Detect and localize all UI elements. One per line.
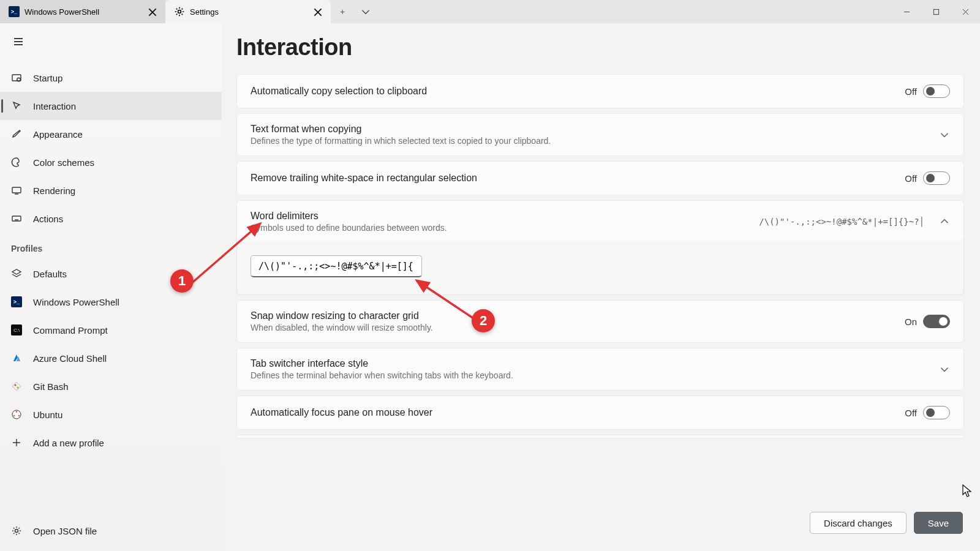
interaction-icon xyxy=(10,100,23,111)
sidebar-item-profile-powershell[interactable]: >_ Windows PowerShell xyxy=(0,288,222,316)
setting-summary: /\()"'-.,:;<>~!@#$%^&*|+=[]{}~?│ xyxy=(759,217,924,227)
save-button[interactable]: Save xyxy=(914,512,963,534)
sidebar-item-label: Ubuntu xyxy=(33,410,62,420)
svg-line-14 xyxy=(190,223,260,285)
window-controls xyxy=(892,0,980,23)
toggle-switch[interactable] xyxy=(923,84,950,98)
setting-peek xyxy=(236,435,964,438)
svg-point-12 xyxy=(18,415,20,417)
setting-word-delimiters[interactable]: Word delimiters Symbols used to define b… xyxy=(236,200,964,243)
toggle-state-label: Off xyxy=(905,173,917,184)
setting-title: Tab switcher interface style xyxy=(251,358,929,369)
page-title: Interaction xyxy=(236,34,964,61)
setting-desc: When disabled, the window will resize sm… xyxy=(251,323,895,332)
sidebar-item-profile-azure[interactable]: Azure Cloud Shell xyxy=(0,344,222,372)
annotation-marker-2: 2 xyxy=(472,309,495,332)
sidebar-item-startup[interactable]: Startup xyxy=(0,64,222,92)
toggle-switch[interactable] xyxy=(923,171,950,185)
cmd-icon: C:\ xyxy=(10,324,23,335)
toggle-state-label: Off xyxy=(905,86,917,97)
sidebar-item-label: Appearance xyxy=(33,129,83,140)
sidebar-item-label: Color schemes xyxy=(33,157,94,168)
tab-settings[interactable]: Settings xyxy=(165,0,331,23)
sidebar-item-interaction[interactable]: Interaction xyxy=(0,92,222,120)
close-icon[interactable] xyxy=(147,7,157,17)
setting-title: Automatically copy selection to clipboar… xyxy=(251,86,895,97)
palette-icon xyxy=(10,157,23,168)
setting-title: Text format when copying xyxy=(251,124,929,135)
sidebar-item-appearance[interactable]: Appearance xyxy=(0,120,222,148)
setting-trim-whitespace[interactable]: Remove trailing white-space in rectangul… xyxy=(236,161,964,195)
discard-button[interactable]: Discard changes xyxy=(810,512,907,534)
tab-label: Settings xyxy=(190,7,219,17)
setting-title: Automatically focus pane on mouse hover xyxy=(251,407,895,418)
minimize-button[interactable] xyxy=(892,0,921,23)
content-area: Interaction Automatically copy selection… xyxy=(222,23,980,551)
close-window-button[interactable] xyxy=(951,0,980,23)
chevron-up-icon[interactable] xyxy=(939,216,950,227)
sidebar-item-label: Actions xyxy=(33,214,63,224)
sidebar-item-rendering[interactable]: Rendering xyxy=(0,176,222,204)
sidebar-item-label: Defaults xyxy=(33,269,67,279)
svg-rect-4 xyxy=(12,187,21,193)
setting-snap-resize[interactable]: Snap window resizing to character grid W… xyxy=(236,300,964,343)
svg-point-13 xyxy=(15,530,18,533)
toggle-switch[interactable] xyxy=(923,406,950,419)
setting-tab-switcher[interactable]: Tab switcher interface style Defines the… xyxy=(236,348,964,391)
setting-desc: Symbols used to define boundaries betwee… xyxy=(251,223,749,233)
footer-actions: Discard changes Save xyxy=(810,512,963,534)
setting-auto-focus[interactable]: Automatically focus pane on mouse hover … xyxy=(236,395,964,430)
sidebar-item-add-profile[interactable]: Add a new profile xyxy=(0,429,222,457)
svg-rect-1 xyxy=(933,9,938,14)
sidebar-item-label: Rendering xyxy=(33,186,75,196)
sidebar-item-label: Interaction xyxy=(33,101,76,111)
sidebar-item-profile-cmd[interactable]: C:\ Command Prompt xyxy=(0,316,222,344)
sidebar-item-open-json[interactable]: Open JSON file xyxy=(0,517,222,545)
chevron-down-icon[interactable] xyxy=(939,364,950,375)
close-icon[interactable] xyxy=(312,7,322,17)
sidebar-item-profile-ubuntu[interactable]: Ubuntu xyxy=(0,400,222,429)
annotation-arrow-1 xyxy=(184,217,270,291)
svg-point-10 xyxy=(16,411,18,413)
tab-powershell[interactable]: >_ Windows PowerShell xyxy=(0,0,165,23)
gitbash-icon xyxy=(10,381,23,392)
chevron-down-icon[interactable] xyxy=(939,129,950,140)
ubuntu-icon xyxy=(10,409,23,420)
sidebar-item-label: Git Bash xyxy=(33,381,69,392)
setting-title: Snap window resizing to character grid xyxy=(251,310,895,321)
gear-icon xyxy=(174,6,185,17)
setting-desc: Defines the terminal behavior when switc… xyxy=(251,370,929,380)
svg-point-11 xyxy=(13,415,15,417)
gear-icon xyxy=(10,525,23,536)
maximize-button[interactable] xyxy=(921,0,951,23)
sidebar-item-label: Command Prompt xyxy=(33,325,108,335)
setting-title: Remove trailing white-space in rectangul… xyxy=(251,173,895,184)
tab-label: Windows PowerShell xyxy=(24,7,99,17)
svg-point-0 xyxy=(178,10,181,13)
toggle-switch[interactable] xyxy=(923,315,950,328)
sidebar-item-label: Add a new profile xyxy=(33,438,104,448)
toggle-state-label: Off xyxy=(905,408,917,418)
setting-auto-copy[interactable]: Automatically copy selection to clipboar… xyxy=(236,74,964,108)
keyboard-icon xyxy=(10,213,23,224)
sidebar-item-profile-gitbash[interactable]: Git Bash xyxy=(0,372,222,400)
word-delimiters-input[interactable] xyxy=(251,255,422,277)
sidebar-item-label: Azure Cloud Shell xyxy=(33,353,107,364)
sidebar-item-label: Open JSON file xyxy=(33,526,97,536)
sidebar-item-color-schemes[interactable]: Color schemes xyxy=(0,148,222,176)
hamburger-button[interactable] xyxy=(7,31,29,53)
layers-icon xyxy=(10,268,23,279)
sidebar-item-label: Startup xyxy=(33,73,62,83)
svg-point-7 xyxy=(15,384,17,386)
setting-text-format[interactable]: Text format when copying Defines the typ… xyxy=(236,113,964,156)
startup-icon xyxy=(10,72,23,83)
rendering-icon xyxy=(10,185,23,196)
new-tab-button[interactable]: + xyxy=(331,0,354,23)
svg-point-8 xyxy=(17,387,19,389)
azure-icon xyxy=(10,353,23,364)
tab-dropdown-button[interactable] xyxy=(354,0,377,23)
setting-word-delimiters-body xyxy=(236,238,964,295)
setting-title: Word delimiters xyxy=(251,211,749,222)
sidebar-item-label: Windows PowerShell xyxy=(33,297,119,307)
setting-desc: Defines the type of formatting in which … xyxy=(251,136,929,146)
